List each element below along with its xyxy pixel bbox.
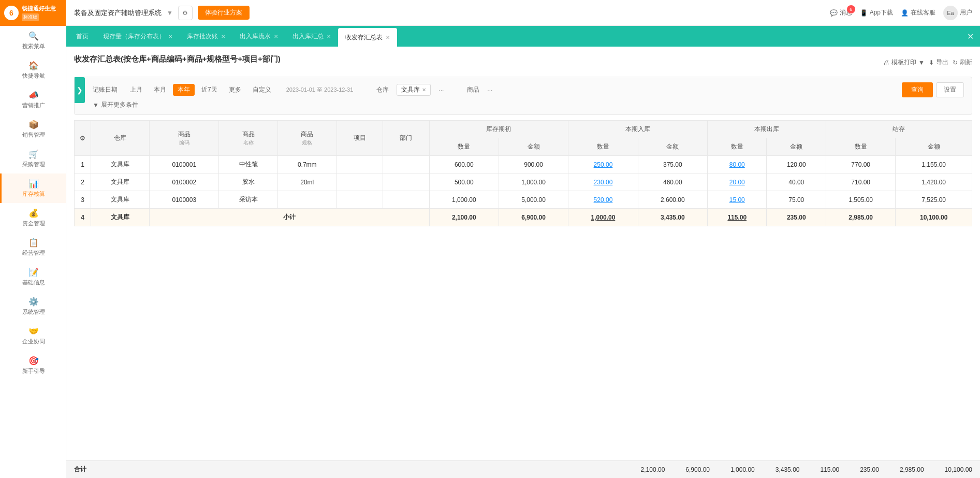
tab-inventory-dist[interactable]: 现存量（库存分布表） ✕	[96, 26, 180, 47]
date-btn-more[interactable]: 更多	[224, 84, 246, 96]
row-dept	[383, 156, 429, 173]
goods-more-btn[interactable]: ···	[487, 86, 492, 94]
inventory-icon: 📊	[28, 179, 39, 189]
user-btn[interactable]: Ea 用户	[943, 6, 972, 20]
total-in-qty-val: 1,000.00	[730, 466, 755, 473]
tab-close-inventory-dist[interactable]: ✕	[168, 34, 172, 39]
tab-close-inout-summary[interactable]: ✕	[327, 34, 331, 39]
row-warehouse: 文具库	[91, 191, 150, 209]
tab-home[interactable]: 首页	[69, 26, 96, 47]
purchase-icon: 🛒	[28, 149, 39, 159]
subtotal-in-amt: 3,435.00	[638, 209, 707, 226]
topbar: 装备及固定资产辅助管理系统 ▼ ⚙ 体验行业方案 💬 消息 6 📱 App下载 …	[66, 0, 980, 26]
warehouse-remove-btn[interactable]: ✕	[422, 87, 426, 93]
topbar-right: 💬 消息 6 📱 App下载 👤 在线客服 Ea 用户	[830, 6, 972, 20]
row-out-qty[interactable]: 80.00	[708, 156, 767, 173]
tab-inout-flow[interactable]: 出入库流水 ✕	[232, 26, 285, 47]
sidebar-item-sales[interactable]: 📦 销售管理	[0, 114, 66, 144]
filter-expand-btn[interactable]: ❯	[75, 77, 85, 103]
table-row: 2 文具库 0100002 胶水 20ml 500.00 1,000.00 23…	[75, 173, 972, 191]
print-template-btn[interactable]: 🖨 模板打印 ▼	[883, 58, 925, 67]
sidebar-item-inventory[interactable]: 📊 库存核算	[0, 173, 66, 203]
date-options: 上月 本月 本年 近7天 更多 自定义	[125, 84, 276, 96]
row-out-qty[interactable]: 15.00	[708, 191, 767, 209]
row-goods-code: 0100002	[150, 173, 219, 191]
sidebar-item-quick-nav[interactable]: 🏠 快捷导航	[0, 55, 66, 85]
settings-button[interactable]: 设置	[936, 82, 964, 97]
sidebar-item-finance[interactable]: 💰 资金管理	[0, 203, 66, 233]
sidebar-item-marketing[interactable]: 📣 营销推广	[0, 85, 66, 114]
subtotal-label: 小计	[150, 209, 429, 226]
sidebar-item-basic[interactable]: 📝 基础信息	[0, 262, 66, 292]
total-out-qty-val: 115.00	[820, 466, 839, 473]
subtotal-row: 4 文具库 小计 2,100.00 6,900.00 1,000.00 3,43…	[75, 209, 972, 226]
tab-inout-summary[interactable]: 出入库汇总 ✕	[285, 26, 338, 47]
messages-btn[interactable]: 💬 消息 6	[830, 8, 852, 17]
date-btn-last-month[interactable]: 上月	[125, 84, 147, 96]
date-btn-7days[interactable]: 近7天	[197, 84, 222, 96]
row-closing-qty: 1,505.00	[826, 191, 895, 209]
subtotal-out-amt: 235.00	[767, 209, 826, 226]
date-btn-this-year[interactable]: 本年	[173, 84, 195, 96]
row-out-qty[interactable]: 20.00	[708, 173, 767, 191]
row-in-qty[interactable]: 250.00	[568, 156, 638, 173]
subtotal-closing-qty: 2,985.00	[826, 209, 895, 226]
row-opening-qty: 600.00	[429, 156, 499, 173]
sidebar-item-system[interactable]: ⚙️ 系统管理	[0, 292, 66, 321]
col-goods-name-header: 商品名称	[219, 121, 277, 156]
row-in-qty[interactable]: 230.00	[568, 173, 638, 191]
row-closing-qty: 710.00	[826, 173, 895, 191]
subtotal-in-qty: 1,000.00	[568, 209, 638, 226]
sidebar-item-label: 销售管理	[22, 131, 45, 139]
sidebar-item-guide[interactable]: 🎯 新手引导	[0, 351, 66, 380]
refresh-btn[interactable]: ↻ 刷新	[953, 58, 972, 67]
sidebar-logo: 6 畅捷通好生意 标准版	[0, 0, 66, 26]
expand-more-filter-btn[interactable]: ▼ 展开更多条件	[93, 100, 964, 109]
tab-close-recv-send[interactable]: ✕	[386, 35, 390, 40]
query-button[interactable]: 查询	[902, 82, 933, 97]
export-btn[interactable]: ⬇ 导出	[929, 58, 948, 67]
col-dept-header: 部门	[383, 121, 429, 156]
col-out-qty: 数量	[708, 138, 767, 156]
close-all-tabs-btn[interactable]: ✕	[961, 32, 980, 41]
row-in-amt: 460.00	[638, 173, 707, 191]
sidebar-item-label: 采购管理	[22, 161, 45, 168]
col-opening-amt: 金额	[499, 138, 568, 156]
row-goods-code: 0100001	[150, 156, 219, 173]
table-row: 3 文具库 0100003 采访本 1,000.00 5,000.00 520.…	[75, 191, 972, 209]
tab-close-batch-account[interactable]: ✕	[221, 34, 225, 39]
row-goods-name: 中性笔	[219, 156, 277, 173]
trial-button[interactable]: 体验行业方案	[198, 6, 250, 20]
row-in-qty[interactable]: 520.00	[568, 191, 638, 209]
export-icon: ⬇	[929, 59, 934, 66]
sidebar-item-search[interactable]: 🔍 搜索菜单	[0, 26, 66, 55]
app-download-btn[interactable]: 📱 App下载	[860, 8, 893, 17]
subtotal-opening-amt: 6,900.00	[499, 209, 568, 226]
sidebar-item-label: 基础信息	[22, 279, 45, 286]
sidebar-item-enterprise[interactable]: 🤝 企业协同	[0, 321, 66, 351]
col-in-amt: 金额	[638, 138, 707, 156]
row-warehouse: 文具库	[91, 173, 150, 191]
row-dept	[383, 173, 429, 191]
topbar-settings-btn[interactable]: ⚙	[178, 6, 193, 20]
sidebar-item-operation[interactable]: 📋 经营管理	[0, 233, 66, 262]
sidebar-item-label: 快捷导航	[22, 72, 45, 80]
col-out-header: 本期出库	[708, 121, 826, 138]
col-closing-qty: 数量	[826, 138, 895, 156]
topbar-dropdown-arrow[interactable]: ▼	[167, 9, 173, 17]
guide-icon: 🎯	[28, 356, 39, 366]
col-settings[interactable]: ⚙	[75, 121, 91, 156]
col-in-header: 本期入库	[568, 121, 708, 138]
row-opening-qty: 1,000.00	[429, 191, 499, 209]
date-btn-custom[interactable]: 自定义	[248, 84, 276, 96]
tab-batch-account[interactable]: 库存批次账 ✕	[180, 26, 232, 47]
online-support-btn[interactable]: 👤 在线客服	[901, 8, 935, 17]
tab-bar: 首页 现存量（库存分布表） ✕ 库存批次账 ✕ 出入库流水 ✕ 出入库汇总 ✕ …	[66, 26, 980, 47]
tab-recv-send-summary[interactable]: 收发存汇总表 ✕	[338, 28, 397, 47]
date-btn-this-month[interactable]: 本月	[149, 84, 171, 96]
sidebar-item-purchase[interactable]: 🛒 采购管理	[0, 144, 66, 173]
topbar-left: 装备及固定资产辅助管理系统 ▼ ⚙ 体验行业方案	[74, 6, 250, 20]
bottom-total-bar: 合计 2,100.00 6,900.00 1,000.00 3,435.00 1…	[66, 460, 980, 478]
tab-close-inout-flow[interactable]: ✕	[274, 34, 278, 39]
warehouse-more-btn[interactable]: ···	[438, 86, 444, 94]
